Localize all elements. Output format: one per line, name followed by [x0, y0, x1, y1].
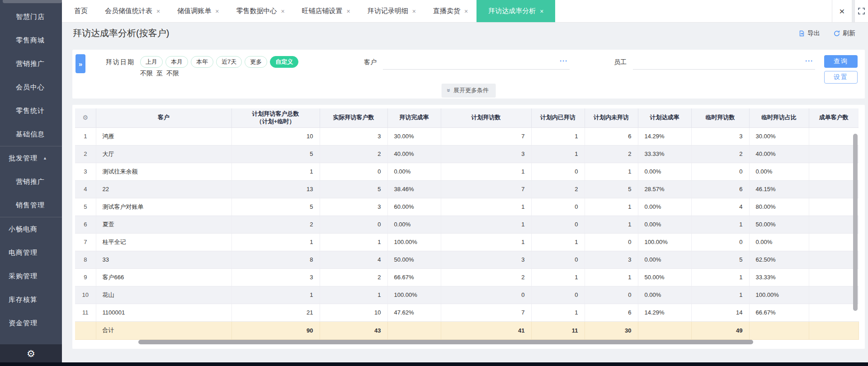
- tab-6[interactable]: 直播卖货×: [425, 0, 476, 22]
- table-row[interactable]: 9客户6663266.67%21150.00%133.33%: [75, 268, 859, 286]
- sidebar-item-9[interactable]: 小畅电商: [0, 217, 62, 241]
- table-row[interactable]: 5测试客户对账单5360.00%1010.00%480.00%: [75, 198, 859, 216]
- tab-close-icon[interactable]: ×: [215, 8, 219, 15]
- customer-picker-dots-icon[interactable]: ···: [560, 57, 568, 65]
- tab-2[interactable]: 储值调账单×: [169, 0, 227, 22]
- tab-0[interactable]: 首页: [66, 0, 96, 22]
- tab-label: 拜访记录明细: [368, 7, 408, 15]
- sidebar-item-7[interactable]: 营销推广: [0, 170, 62, 193]
- tab-label: 储值调账单: [177, 7, 211, 15]
- cell: [809, 180, 859, 198]
- tab-close-icon[interactable]: ×: [412, 8, 416, 15]
- tab-list: 首页会员储值统计表×储值调账单×零售数据中心×旺铺店铺设置×拜访记录明细×直播卖…: [62, 0, 555, 22]
- customer-input[interactable]: ···: [383, 56, 570, 70]
- table-row[interactable]: 8338450.00%3030.00%562.50%: [75, 251, 859, 268]
- cell: 14.29%: [638, 127, 691, 145]
- collapse-panel-button[interactable]: »: [75, 54, 85, 73]
- tab-label: 首页: [74, 7, 88, 15]
- table-row[interactable]: 7桂平全记11100.00%110100.00%00.00%: [75, 233, 859, 251]
- column-header-9: 临时拜访数: [691, 108, 749, 127]
- cell: [809, 163, 859, 180]
- table-row[interactable]: 1鸿雁10330.00%71614.29%330.00%: [75, 127, 859, 145]
- cell: 50.00%: [749, 216, 809, 233]
- date-preset-0[interactable]: 上月: [140, 56, 163, 68]
- date-preset-custom[interactable]: 自定义: [270, 56, 298, 68]
- cell: 3: [441, 251, 531, 268]
- tab-label: 旺铺店铺设置: [302, 7, 343, 15]
- close-window-button[interactable]: ×: [832, 0, 852, 23]
- fullscreen-button[interactable]: [854, 0, 868, 23]
- cell: 60.00%: [387, 198, 441, 216]
- tab-close-icon[interactable]: ×: [347, 8, 350, 15]
- table-row[interactable]: 42213538.46%72528.57%646.15%: [75, 180, 859, 198]
- visit-date-filter: 拜访日期 上月本月本年近7天更多自定义: [106, 56, 298, 68]
- tab-close-icon[interactable]: ×: [281, 8, 284, 15]
- expand-more-conditions-button[interactable]: » 展开更多条件: [441, 84, 496, 98]
- sidebar-item-1[interactable]: 零售商城: [0, 28, 62, 52]
- sidebar-item-2[interactable]: 营销推广: [0, 52, 62, 75]
- horizontal-scrollbar[interactable]: [138, 340, 753, 344]
- sidebar-item-6[interactable]: 批发管理▲: [0, 146, 62, 170]
- window-controls: ×: [832, 0, 868, 23]
- tab-label: 零售数据中心: [236, 7, 277, 15]
- tab-4[interactable]: 旺铺店铺设置×: [293, 0, 359, 22]
- total-label: 合计: [96, 321, 231, 339]
- table-row[interactable]: 111100001211047.62%71614.29%1466.67%: [75, 304, 859, 321]
- sidebar-item-8[interactable]: 销售管理: [0, 193, 62, 217]
- sidebar-item-5[interactable]: 基础信息: [0, 122, 62, 146]
- column-header-11: 成单客户数: [809, 108, 859, 127]
- table-row[interactable]: 3测试往来余额100.00%1010.00%00.00%: [75, 163, 859, 180]
- sidebar-item-3[interactable]: 会员中心: [0, 75, 62, 99]
- cell: 1: [585, 216, 638, 233]
- total-row-index-cell: [75, 321, 96, 339]
- sidebar-item-12[interactable]: 库存核算: [0, 288, 62, 311]
- date-from-picker[interactable]: 不限: [140, 70, 153, 78]
- employee-input[interactable]: ···: [633, 56, 815, 70]
- cell: 2: [320, 268, 387, 286]
- table-row[interactable]: 6夏萱200.00%1010.00%150.00%: [75, 216, 859, 233]
- tab-1[interactable]: 会员储值统计表×: [96, 0, 169, 22]
- sidebar-settings-bar: ⚙: [0, 344, 62, 362]
- search-button[interactable]: 查询: [824, 55, 858, 68]
- tab-5[interactable]: 拜访记录明细×: [359, 0, 425, 22]
- gear-icon[interactable]: ⚙: [27, 349, 35, 358]
- table-row[interactable]: 2大厅5240.00%31233.33%240.00%: [75, 145, 859, 163]
- sidebar-item-11[interactable]: 采购管理: [0, 264, 62, 288]
- tab-3[interactable]: 零售数据中心×: [227, 0, 293, 22]
- sidebar-item-10[interactable]: 电商管理: [0, 241, 62, 264]
- export-button[interactable]: 导出: [798, 29, 820, 38]
- column-settings-header[interactable]: ⚙: [75, 108, 96, 127]
- sidebar-item-4[interactable]: 零售统计: [0, 99, 62, 122]
- column-header-3: 实际拜访客户数: [320, 108, 387, 127]
- sidebar-item-label: 销售管理: [16, 201, 45, 210]
- date-to-picker[interactable]: 不限: [166, 70, 179, 78]
- column-gear-icon[interactable]: ⚙: [82, 114, 88, 121]
- table-row[interactable]: 10花山11100.00%0000.00%1100.00%: [75, 286, 859, 304]
- refresh-button[interactable]: 刷新: [834, 29, 855, 38]
- sidebar-item-13[interactable]: 资金管理: [0, 311, 62, 335]
- cell: 66.67%: [387, 268, 441, 286]
- double-chevron-down-icon: »: [445, 89, 452, 92]
- date-preset-4[interactable]: 更多: [245, 56, 267, 68]
- cell: 40.00%: [749, 145, 809, 163]
- date-preset-3[interactable]: 近7天: [216, 56, 242, 68]
- tab-close-icon[interactable]: ×: [540, 8, 543, 15]
- date-preset-1[interactable]: 本月: [165, 56, 188, 68]
- cell: 3: [231, 268, 320, 286]
- vertical-scrollbar[interactable]: [853, 134, 858, 311]
- tab-close-icon[interactable]: ×: [464, 8, 468, 15]
- cell: 大厅: [96, 145, 231, 163]
- cell: 0: [531, 216, 585, 233]
- cell: 40.00%: [387, 145, 441, 163]
- tab-7[interactable]: 拜访达成率分析×: [476, 0, 555, 22]
- sidebar-item-label: 营销推广: [16, 60, 45, 68]
- settings-button[interactable]: 设置: [824, 71, 858, 84]
- customer-filter: 客户 ···: [364, 56, 570, 70]
- cell: 1: [585, 198, 638, 216]
- date-preset-2[interactable]: 本年: [191, 56, 213, 68]
- sidebar-item-0[interactable]: 智慧门店: [0, 5, 62, 28]
- tab-close-icon[interactable]: ×: [156, 8, 160, 15]
- total-cell: 30: [585, 321, 638, 339]
- column-header-8: 计划达成率: [638, 108, 691, 127]
- employee-picker-dots-icon[interactable]: ···: [805, 57, 813, 65]
